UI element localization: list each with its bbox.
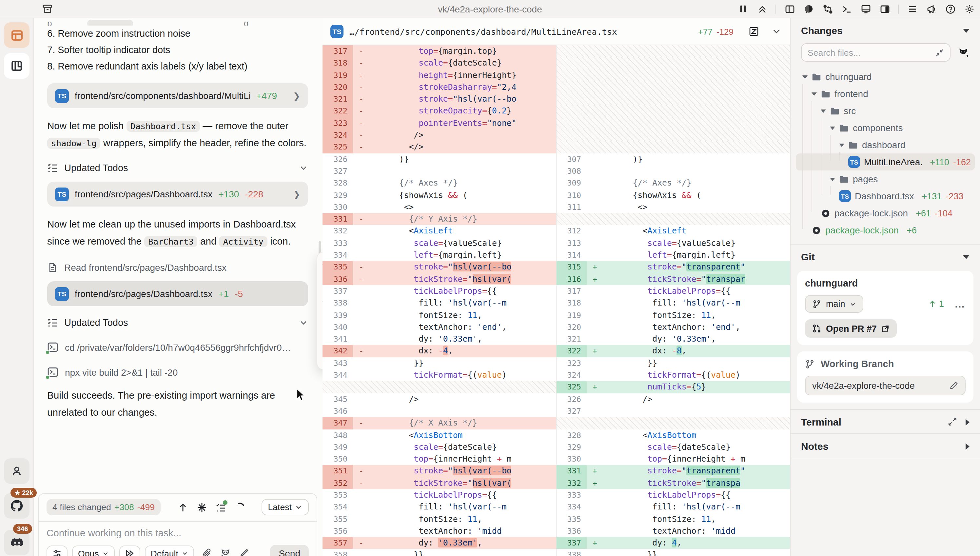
collapse-up-icon[interactable] [756, 3, 768, 15]
file-chip-multilinearea[interactable]: TS frontend/src/components/dashboard/Mul… [47, 83, 308, 108]
mode-selector[interactable]: Default [145, 545, 194, 556]
diff-row: 329 {showAxis && (310 {showAxis && ( [323, 189, 790, 201]
collapse-tree-icon[interactable] [935, 48, 944, 57]
tree-folder-frontend[interactable]: frontend [796, 85, 975, 102]
spark-icon[interactable] [197, 502, 207, 512]
diff-row: 337 tickLabelProps={{317 tickLabelProps=… [323, 285, 790, 297]
workspace-layout-button[interactable] [4, 22, 29, 48]
tree-file-package-lock.json[interactable]: package-lock.json+61-104 [796, 205, 975, 221]
model-selector[interactable]: Opus [72, 545, 115, 556]
diff-row: 348 <AxisBottom328 <AxisBottom [323, 429, 790, 441]
terminal-icon[interactable] [841, 3, 852, 15]
tree-folder-dashboard[interactable]: dashboard [796, 136, 975, 154]
diff-row: 349 scale={dateScale}329 scale={dateScal… [323, 441, 790, 453]
chat-bubble-icon[interactable] [803, 3, 814, 15]
updated-todos-row[interactable]: Updated Todos [47, 163, 308, 173]
assistant-paragraph: Build succeeds. The pre-existing import … [47, 388, 307, 421]
todos-checklist-icon [47, 163, 58, 173]
version-selector[interactable]: Latest [262, 499, 309, 516]
edit-pencil-icon[interactable] [949, 381, 958, 390]
todos-status-icon[interactable] [216, 502, 226, 512]
collapse-diff-icon[interactable] [772, 26, 782, 37]
cat-files-icon[interactable] [957, 46, 970, 59]
tree-folder-src[interactable]: src [796, 102, 975, 119]
fast-forward-button[interactable] [119, 545, 140, 556]
updated-todos-row[interactable]: Updated Todos [47, 317, 308, 328]
panel-right-icon[interactable] [879, 3, 890, 15]
open-pr-button[interactable]: Open PR #7 [805, 319, 897, 338]
terminal-command-icon [47, 367, 58, 378]
package-json-icon [821, 208, 831, 218]
search-input[interactable]: Search files... [801, 43, 951, 61]
diff-row: 322- strokeOpacity={0.2} [323, 105, 790, 117]
diff-row: 318- scale={dateScale} [323, 57, 790, 70]
terminal-command-row[interactable]: npx vite build 2>&1 | tail -20 [47, 367, 308, 378]
diff-row: 325- </> [323, 141, 790, 154]
tree-file-package-lock.json[interactable]: package-lock.json+6 [796, 221, 975, 239]
attachment-paperclip-icon[interactable] [202, 548, 212, 556]
terminal-command-row[interactable]: cd /private/var/folders/10/h7w0q46556ggr… [47, 342, 308, 353]
cat-agent-icon[interactable] [220, 548, 231, 556]
changes-section-header[interactable]: Changes [791, 18, 980, 42]
account-button[interactable] [4, 458, 29, 484]
diff-row: 324- /> [323, 129, 790, 141]
read-file-row[interactable]: Read frontend/src/pages/Dashboard.tsx [47, 262, 308, 273]
diff-row: 330 <>311 <> [323, 201, 790, 213]
diff-row: 350 top={innerHeight + m330 top={innerHe… [323, 453, 790, 465]
chevron-right-icon: ❯ [293, 91, 300, 101]
ts-file-icon: TS [55, 187, 69, 201]
tree-folder-components[interactable]: components [796, 119, 975, 136]
diff-row: 335- stroke="hsl(var(--bo315+ stroke="tr… [323, 261, 790, 273]
diff-row: 357- dy: '0.33em',337+ dy: 4, [323, 537, 790, 549]
inline-code-chip: Dashboard.tsx [126, 121, 200, 132]
git-section-header[interactable]: Git [791, 244, 980, 268]
settings-gear-icon[interactable] [964, 3, 975, 15]
files-changed-chip[interactable]: 4 files changed +308 -499 [47, 499, 161, 516]
scroll-up-icon[interactable] [178, 502, 188, 512]
diff-row: 342- dx: -4,322+ dx: -8, [323, 345, 790, 357]
menu-icon[interactable] [907, 3, 918, 15]
tree-folder-churnguard[interactable]: churnguard [796, 68, 975, 85]
monitor-icon[interactable] [860, 3, 871, 15]
working-branch-card: Working Branch vk/4e2a-explore-the-code [797, 351, 974, 402]
inline-code-chip: BarChart3 [144, 236, 198, 247]
megaphone-icon[interactable] [925, 3, 937, 15]
diff-view-icon[interactable] [749, 26, 759, 37]
folder-icon [821, 89, 831, 99]
send-button[interactable]: Send [270, 545, 309, 556]
ts-file-icon: TS [55, 287, 69, 301]
diff-row: 347- {/* X Axis */} [323, 417, 790, 429]
github-button[interactable]: ★ 22k [4, 493, 29, 519]
chevron-right-icon: ❯ [293, 189, 300, 199]
caret-down-icon [830, 177, 835, 181]
tree-file-Dashboard.tsx[interactable]: TSDashboard.tsx+131-233 [796, 187, 975, 205]
pen-icon[interactable] [239, 548, 249, 556]
git-compare-icon[interactable] [822, 3, 833, 15]
branch-selector[interactable]: main [805, 295, 864, 313]
working-branch-title: Working Branch [821, 359, 894, 369]
person-icon [10, 465, 23, 477]
help-icon[interactable] [944, 3, 956, 15]
tree-folder-pages[interactable]: pages [796, 170, 975, 187]
chevron-down-icon [299, 163, 308, 173]
terminal-section-header[interactable]: Terminal [791, 409, 980, 433]
kanban-board-button[interactable] [4, 53, 29, 79]
settings-sliders-button[interactable] [47, 545, 68, 556]
tree-file-MultiLineArea.tsx[interactable]: TSMultiLineArea.tsx+110-162 [796, 154, 975, 170]
pause-icon[interactable] [738, 3, 749, 15]
panel-left-icon[interactable] [784, 3, 795, 15]
chat-input[interactable]: Continue working on this task... [47, 528, 309, 538]
file-chip-dashboard[interactable]: TS frontend/src/pages/Dashboard.tsx +130… [47, 182, 308, 207]
notes-section-header[interactable]: Notes [791, 433, 980, 457]
topbar: vk/4e2a-explore-the-code [0, 0, 980, 18]
expand-terminal-icon[interactable] [948, 417, 958, 427]
clipped-message-row: pg– [47, 18, 308, 26]
more-actions-button[interactable]: … [954, 298, 965, 310]
discord-button[interactable]: 346 [4, 530, 29, 555]
caret-down-icon [812, 92, 817, 95]
file-chip-dashboard-2[interactable]: TS frontend/src/pages/Dashboard.tsx +1 -… [47, 281, 308, 306]
diff-row: 328 {/* Axes */}309 {/* Axes */} [323, 177, 790, 189]
spinner-icon [235, 502, 245, 512]
chevron-right-icon [965, 443, 970, 449]
working-branch-input[interactable]: vk/4e2a-explore-the-code [805, 376, 965, 395]
